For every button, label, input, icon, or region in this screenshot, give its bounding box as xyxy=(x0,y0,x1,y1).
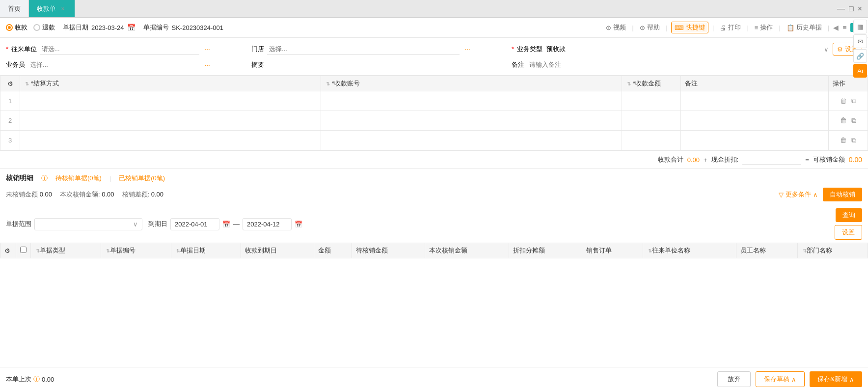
sidebar-table-icon: ▦ xyxy=(857,23,863,30)
minimize-icon[interactable]: — xyxy=(837,4,845,13)
bill-no-field: 单据编号 SK-20230324-001 xyxy=(143,23,224,32)
window-controls: — □ × xyxy=(831,4,868,13)
reconcile-title: 核销明细 xyxy=(6,174,33,183)
form-row-2: 业务员 ··· 摘要 备注 xyxy=(6,59,862,70)
cell-settlement-3[interactable] xyxy=(20,131,321,150)
diff-stat: 核销差额: 0.00 xyxy=(122,190,164,199)
cell-remarks-2[interactable] xyxy=(681,111,829,131)
delete-icon-3[interactable]: 🗑 xyxy=(840,136,847,144)
delete-icon-1[interactable]: 🗑 xyxy=(840,97,847,105)
discard-btn[interactable]: 放弃 xyxy=(717,371,751,387)
col-checkbox xyxy=(16,243,31,258)
pending-tab[interactable]: 待核销单据(0笔) xyxy=(55,174,102,183)
start-calendar-icon[interactable]: 📅 xyxy=(222,221,230,228)
summary-label: 摘要 xyxy=(251,60,264,69)
due-date-start-input[interactable] xyxy=(170,218,219,230)
cell-remarks-1[interactable] xyxy=(681,91,829,111)
shortcut-label: 快捷键 xyxy=(686,23,705,32)
bill-date-value[interactable]: 2023-03-24 xyxy=(91,24,124,31)
reconcile-settings-btn[interactable]: 设置 xyxy=(835,225,862,240)
main-table: ⚙ ⇅ *结算方式 ⇅ *收款账号 ⇅ *收款金额 备注 xyxy=(0,76,868,150)
save-draft-btn[interactable]: 保存草稿 ∧ xyxy=(756,371,805,387)
sidebar-table-btn[interactable]: ▦ xyxy=(853,20,867,33)
cell-account-1[interactable] xyxy=(321,91,622,111)
bill-no-value[interactable]: SK-20230324-001 xyxy=(172,24,224,31)
layout-prev-btn[interactable]: ◀ xyxy=(833,24,839,31)
discount-input[interactable] xyxy=(742,155,801,165)
footer-label: 本单上次 xyxy=(6,375,31,384)
end-calendar-icon[interactable]: 📅 xyxy=(295,221,302,228)
cell-amount-3[interactable] xyxy=(622,131,681,150)
radio-receipt-label: 收款 xyxy=(15,23,27,32)
store-more-btn[interactable]: ··· xyxy=(462,45,472,53)
col-counterpart-name: ⇅往来单位名称 xyxy=(643,243,736,258)
sidebar-mail-btn[interactable]: ✉ xyxy=(853,34,867,48)
video-icon: ⊙ xyxy=(606,24,611,31)
footer-info-icon[interactable]: ⓘ xyxy=(33,375,40,384)
delete-icon-2[interactable]: 🗑 xyxy=(840,116,847,124)
cell-remarks-3[interactable] xyxy=(681,131,829,150)
print-btn[interactable]: 🖨 打印 xyxy=(718,22,743,33)
col-gear-bottom[interactable]: ⚙ xyxy=(0,243,16,258)
copy-icon-1[interactable]: ⧉ xyxy=(851,97,856,105)
current-stat: 本次核销金额: 0.00 xyxy=(60,190,114,199)
tab-close-icon[interactable]: × xyxy=(59,5,67,13)
summary-input[interactable] xyxy=(267,59,472,70)
remarks-input[interactable] xyxy=(527,59,862,70)
more-conditions-btn[interactable]: ▽ 更多条件 ∧ xyxy=(779,190,818,199)
col-remarks: 备注 xyxy=(681,76,829,91)
radio-refund-label: 退款 xyxy=(42,23,55,32)
tab-receipt[interactable]: 收款单 × xyxy=(29,0,75,17)
cell-amount-2[interactable] xyxy=(622,111,681,131)
copy-icon-2[interactable]: ⧉ xyxy=(851,116,856,124)
cell-settlement-1[interactable] xyxy=(20,91,321,111)
maximize-icon[interactable]: □ xyxy=(849,4,854,13)
close-icon[interactable]: × xyxy=(858,4,862,13)
operations-label: 操作 xyxy=(760,23,773,32)
row-num-1: 1 xyxy=(0,91,20,111)
business-type-arrow[interactable]: ∨ xyxy=(824,46,829,53)
save-new-btn[interactable]: 保存&新增 ∧ xyxy=(810,371,862,387)
reconcile-info-icon[interactable]: ⓘ xyxy=(41,174,48,183)
col-gear[interactable]: ⚙ xyxy=(0,76,20,91)
copy-icon-3[interactable]: ⧉ xyxy=(851,136,856,144)
business-type-label: * 业务类型 xyxy=(512,45,542,54)
due-date-end-input[interactable] xyxy=(243,218,292,230)
radio-receipt[interactable]: 收款 xyxy=(6,23,27,32)
store-input[interactable] xyxy=(267,44,460,55)
cell-settlement-2[interactable] xyxy=(20,111,321,131)
cell-amount-1[interactable] xyxy=(622,91,681,111)
tab-home-label: 首页 xyxy=(8,4,21,13)
right-sidebar: ▦ ✉ 🔗 Ai xyxy=(852,18,868,80)
counterpart-more-btn[interactable]: ··· xyxy=(202,45,212,53)
bill-range-select[interactable]: ∨ xyxy=(34,218,142,230)
auto-reconcile-btn[interactable]: 自动核销 xyxy=(823,188,862,201)
bill-date-calendar-icon[interactable]: 📅 xyxy=(127,24,136,31)
operations-btn[interactable]: ≡ 操作 xyxy=(753,22,775,33)
form-area: * 往来单位 ··· 门店 ··· * 业务类型 预收款 ∨ xyxy=(0,38,868,76)
discount-label: 现金折扣: xyxy=(711,155,739,164)
select-all-checkbox[interactable] xyxy=(20,247,27,253)
remarks-label: 备注 xyxy=(512,60,524,69)
query-btn[interactable]: 查询 xyxy=(836,208,862,222)
layout-list-btn[interactable]: ≡ xyxy=(842,24,846,31)
shortcut-btn[interactable]: ⌨ 快捷键 xyxy=(671,22,708,33)
staff-more-btn[interactable]: ··· xyxy=(202,61,212,69)
radio-refund[interactable]: 退款 xyxy=(33,23,55,32)
staff-input[interactable] xyxy=(28,59,199,70)
cell-account-2[interactable] xyxy=(321,111,622,131)
video-btn[interactable]: ⊙ 视频 xyxy=(604,22,628,33)
counterpart-input[interactable] xyxy=(40,44,200,55)
completed-tab[interactable]: 已核销单据(0笔) xyxy=(119,174,165,183)
col-settlement: ⇅ *结算方式 xyxy=(20,76,321,91)
cell-account-3[interactable] xyxy=(321,131,622,150)
history-btn[interactable]: 📋 历史单据 xyxy=(785,22,824,33)
bill-no-label: 单据编号 xyxy=(143,23,169,32)
sidebar-link-btn[interactable]: 🔗 xyxy=(853,49,867,63)
print-label: 打印 xyxy=(728,23,741,32)
tab-divider: | xyxy=(109,175,111,182)
sidebar-ai-btn[interactable]: Ai xyxy=(853,64,867,78)
help-btn[interactable]: ⊙ 帮助 xyxy=(638,22,662,33)
tab-home[interactable]: 首页 xyxy=(0,0,29,17)
sidebar-mail-icon: ✉ xyxy=(858,38,863,45)
